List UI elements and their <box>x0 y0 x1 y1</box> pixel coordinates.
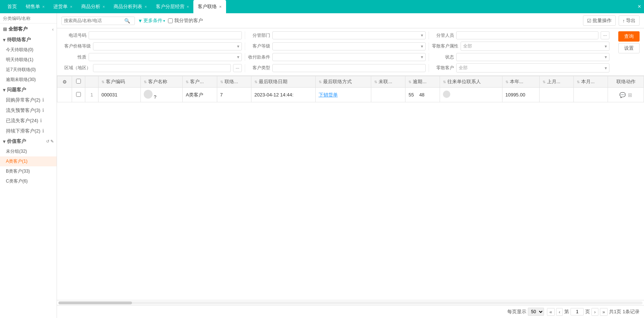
sidebar-item-lost[interactable]: 已流失客户(24) ℹ <box>0 116 57 126</box>
dept-select[interactable]: ▾ <box>272 31 426 39</box>
sidebar-item-today[interactable]: 今天待联络(0) <box>0 45 57 55</box>
batch-op-button[interactable]: ☑ 批量操作 <box>583 15 616 26</box>
payment-select[interactable]: ▾ <box>272 53 426 61</box>
th-this-year[interactable]: 本年... <box>502 76 539 88</box>
per-page-select[interactable]: 50 <box>528 308 544 316</box>
sidebar-section-pending[interactable]: ▾ 待联络客户 <box>0 35 57 45</box>
filter-cell-phone: 电话号码 <box>61 31 245 39</box>
sidebar-item-class-a[interactable]: A类客户(1) <box>0 156 57 166</box>
manager-input[interactable] <box>456 31 598 39</box>
sidebar-section-value[interactable]: ▾ 价值客户 ↺ ✎ <box>0 136 57 146</box>
close-all-button[interactable]: × <box>638 3 641 10</box>
th-unit-contact[interactable]: 往来单位联系人 <box>440 76 502 88</box>
phone-label: 电话号码 <box>64 32 86 39</box>
sidebar-section-problem[interactable]: ▾ 问题客户 <box>0 85 57 95</box>
sidebar-item-class-b[interactable]: B类客户(33) <box>0 166 57 176</box>
close-tab-sales[interactable]: × <box>42 4 44 9</box>
price-grade-select[interactable]: ▾ <box>93 42 242 50</box>
nav-home[interactable]: 首页 <box>3 3 21 10</box>
top-navigation: 首页 销售单 × 进货单 × 商品分析 × 商品分析列表 × 客户分层经营 × … <box>0 0 644 13</box>
nav-tab-customer-contact[interactable]: 客户联络 × <box>193 0 226 13</box>
more-conditions-button[interactable]: ▼ 更多条件 ▾ <box>138 17 165 24</box>
th-last-month[interactable]: 上月... <box>539 76 573 88</box>
th-name[interactable]: 客户名称 <box>140 76 183 88</box>
sidebar: 🔍 ⊞ 全部客户 ‹ ▾ 待联络客户 今天待联络(0) 明天待联络(1) 近7天… <box>0 13 57 318</box>
nav-tab-purchase[interactable]: 进货单 × <box>49 0 76 13</box>
horizontal-scrollbar[interactable] <box>57 300 644 305</box>
sidebar-item-7days[interactable]: 近7天待联络(0) <box>0 65 57 75</box>
first-page-button[interactable]: « <box>547 308 555 316</box>
row-last-month <box>539 88 573 102</box>
close-tab-customer-segment[interactable]: × <box>187 4 189 9</box>
phone-input[interactable] <box>89 31 242 39</box>
settings-button[interactable]: 设置 <box>618 43 640 53</box>
row-this-month <box>573 88 608 102</box>
chevron-down-icon-2: ▾ <box>3 87 6 93</box>
region-dots[interactable]: ··· <box>233 64 242 72</box>
th-gear[interactable]: ⚙ <box>57 76 72 88</box>
th-last-method[interactable]: 最后联络方式 <box>315 76 371 88</box>
th-last-date[interactable]: 最后联络日期 <box>251 76 316 88</box>
scroll-thumb[interactable] <box>58 301 132 304</box>
grade-select[interactable]: ▾ <box>272 42 426 50</box>
scroll-track[interactable] <box>58 301 643 304</box>
last-page-button[interactable]: » <box>600 308 608 316</box>
sidebar-item-continuous-decline[interactable]: 持续下滑客户(2) ℹ <box>0 126 57 136</box>
close-tab-goods-analysis[interactable]: × <box>103 4 105 9</box>
nav-tab-goods-analysis[interactable]: 商品分析 × <box>77 0 109 13</box>
qr-action-icon[interactable]: ⊞ <box>628 92 632 98</box>
status-select[interactable]: ▾ <box>456 53 609 61</box>
sidebar-search-input[interactable] <box>3 16 57 21</box>
export-button[interactable]: ↑ 导出 <box>619 15 640 26</box>
search-icon[interactable]: 🔍 <box>124 18 130 24</box>
edit-icon[interactable]: ✎ <box>50 139 54 144</box>
unit-contact-avatar <box>443 91 450 98</box>
th-overdue[interactable]: 逾期... <box>405 76 440 88</box>
chat-action-icon[interactable]: 💬 <box>619 92 626 98</box>
nav-tab-goods-analysis-list[interactable]: 商品分析列表 × <box>109 0 151 13</box>
my-customers-checkbox[interactable]: 我分管的客户 <box>168 17 203 24</box>
query-button[interactable]: 查询 <box>618 31 640 42</box>
th-code[interactable]: 客户编码 <box>99 76 141 88</box>
nav-tab-customer-segment[interactable]: 客户分层经营 × <box>151 0 193 13</box>
my-customers-check[interactable] <box>168 18 173 23</box>
nature-label: 性质 <box>64 54 86 60</box>
close-tab-customer-contact[interactable]: × <box>219 4 221 9</box>
sidebar-item-lost-pre[interactable]: 流失预警客户(3) ℹ <box>0 105 57 116</box>
last-method-link[interactable]: 下销货单 <box>319 92 338 98</box>
retail-select[interactable]: 全部 ▾ <box>456 63 609 73</box>
collapse-sidebar-icon[interactable]: ‹ <box>52 26 54 32</box>
row-overdue: 55 48 <box>405 88 440 102</box>
th-type[interactable]: 客户... <box>183 76 217 88</box>
region-input[interactable] <box>93 64 231 72</box>
th-uncontacted[interactable]: 未联... <box>371 76 405 88</box>
refresh-icon[interactable]: ↺ <box>46 139 49 144</box>
sidebar-all-customers[interactable]: ⊞ 全部客户 ‹ <box>0 24 57 35</box>
sidebar-item-unclassified[interactable]: 未分组(32) <box>0 146 57 156</box>
th-this-month[interactable]: 本月... <box>573 76 608 88</box>
prev-page-button[interactable]: ‹ <box>556 308 563 316</box>
sidebar-item-repeat-abnormal[interactable]: 回购异常客户(2) ℹ <box>0 95 57 105</box>
page-number-input[interactable] <box>570 308 584 315</box>
row-uncontacted <box>371 88 405 102</box>
select-all-checkbox[interactable] <box>76 79 81 84</box>
row-select-checkbox[interactable] <box>76 92 81 97</box>
gear-icon[interactable]: ⚙ <box>62 79 67 85</box>
th-num <box>85 76 99 88</box>
advanced-filter: 电话号码 分管部门 ▾ 分管人员 <box>57 28 644 76</box>
next-page-button[interactable]: › <box>591 308 598 316</box>
nav-tab-sales[interactable]: 销售单 × <box>21 0 49 13</box>
retail-attr-select[interactable]: 全部 ▾ <box>461 42 609 51</box>
th-contact[interactable]: 联络... <box>217 76 251 88</box>
pagination-controls: « ‹ 第 页 › » 共1页 1条记录 <box>547 308 640 316</box>
nature-select[interactable]: ▾ <box>89 53 242 61</box>
sidebar-item-tomorrow[interactable]: 明天待联络(1) <box>0 55 57 65</box>
close-tab-goods-analysis-list[interactable]: × <box>144 4 147 9</box>
manager-dots[interactable]: ··· <box>601 31 609 39</box>
filter-search-input[interactable] <box>64 18 123 23</box>
close-tab-purchase[interactable]: × <box>70 4 72 9</box>
sidebar-item-class-c[interactable]: C类客户(6) <box>0 176 57 186</box>
price-grade-label: 客户价格等级 <box>64 43 91 49</box>
sidebar-item-overdue[interactable]: 逾期未联络(30) <box>0 75 57 85</box>
cust-type-input[interactable] <box>272 64 426 72</box>
